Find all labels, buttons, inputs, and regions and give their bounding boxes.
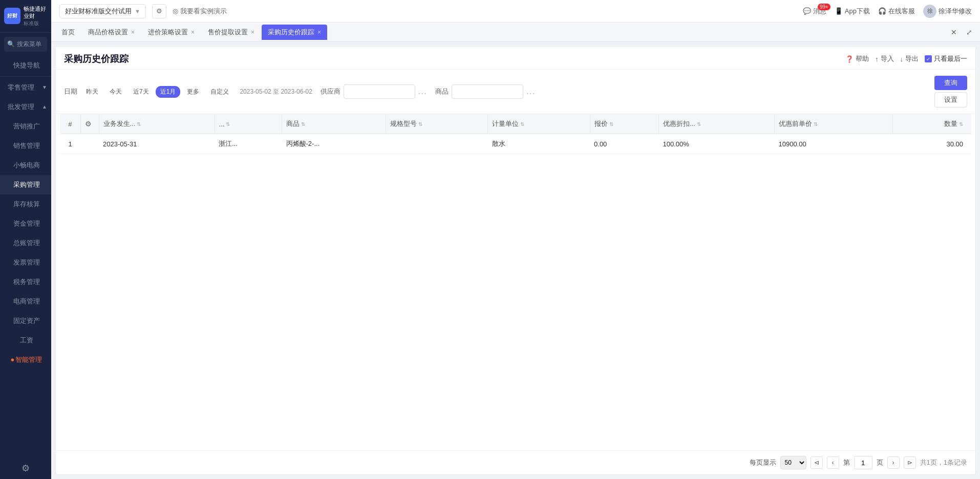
export-link[interactable]: ↓ 导出 [900, 54, 919, 63]
page-number-input[interactable] [854, 456, 872, 469]
sidebar-item-salary[interactable]: 工资 [0, 331, 51, 350]
sort-biz-date[interactable]: 业务发生... ⇅ [103, 119, 210, 128]
goods-input[interactable] [452, 84, 523, 99]
date-yesterday-btn[interactable]: 昨天 [81, 86, 103, 98]
th-spec: 规格型号 ⇅ [386, 114, 488, 134]
close-tab-button[interactable]: ✕ [947, 26, 961, 39]
date-today-btn[interactable]: 今天 [105, 86, 126, 98]
sidebar-item-tax[interactable]: 税务管理 [0, 272, 51, 292]
date-custom-btn[interactable]: 自定义 [206, 86, 233, 98]
logo-text: 畅捷通好业财 标准版 [24, 5, 47, 27]
sidebar-item-smart[interactable]: ●智能管理 [0, 350, 51, 369]
per-page-label: 每页显示 [750, 458, 776, 467]
date-more-btn[interactable]: 更多 [182, 86, 204, 98]
date-last1month-btn[interactable]: 近1月 [156, 86, 181, 98]
sidebar-item-retail[interactable]: 零售管理 ▼ [0, 78, 51, 97]
table-row: 1 2023-05-31 浙江... 丙烯酸-2-... [60, 134, 971, 154]
import-link[interactable]: ↑ 导入 [875, 54, 894, 63]
avatar: 徐 [923, 5, 936, 18]
demo-link[interactable]: ◎ 我要看实例演示 [173, 7, 227, 16]
filter-settings-button[interactable]: 设置 [934, 92, 967, 107]
sidebar-item-fixed-assets[interactable]: 固定资产 [0, 311, 51, 331]
more-cols-label: ... [219, 120, 225, 128]
topbar-settings-button[interactable]: ⚙ [152, 4, 166, 18]
supplier-more-icon[interactable]: ... [418, 88, 428, 96]
app-download-action[interactable]: 📱 App下载 [835, 7, 870, 16]
last-page-button[interactable]: ⊳ [904, 456, 916, 469]
first-page-button[interactable]: ⊲ [811, 456, 823, 469]
tab-controls: ✕ ⤢ [947, 26, 976, 39]
headset-icon: 🎧 [878, 7, 886, 15]
close-tab-purchase-history-icon[interactable]: × [317, 29, 321, 35]
sort-spec[interactable]: 规格型号 ⇅ [390, 119, 483, 128]
sidebar-item-marketing[interactable]: 营销推广 [0, 117, 51, 136]
sidebar-item-wholesale[interactable]: 批发管理 ▲ [0, 97, 51, 117]
next-page-button[interactable]: › [887, 456, 900, 469]
tab-sale-price[interactable]: 售价提取设置 × [202, 25, 261, 40]
demo-icon: ◎ [173, 7, 178, 15]
gear-icon: ⚙ [156, 7, 162, 15]
sort-pre-discount-price[interactable]: 优惠前单价 ⇅ [779, 119, 888, 128]
sort-more[interactable]: ... ⇅ [219, 120, 278, 128]
fullscreen-button[interactable]: ⤢ [963, 26, 976, 39]
supplier-filter-group: 供应商 ... [321, 84, 428, 99]
sidebar-item-purchase[interactable]: 采购管理 [0, 175, 51, 194]
topbar: 好业财标准版交付试用 ▼ ⚙ ◎ 我要看实例演示 💬 消息 99+ 📱 App下… [51, 0, 980, 23]
page-title: 采购历史价跟踪 [64, 53, 129, 65]
tab-home[interactable]: 首页 [55, 25, 81, 40]
sidebar-item-ecommerce-small[interactable]: 小畅电商 [0, 156, 51, 175]
sidebar-item-ecommerce[interactable]: 电商管理 [0, 292, 51, 311]
sort-unit[interactable]: 计量单位 ⇅ [492, 119, 585, 128]
close-tab-price-settings-icon[interactable]: × [131, 29, 135, 35]
user-menu[interactable]: 徐 徐泽华修改 [923, 5, 972, 18]
sort-spec-icon: ⇅ [418, 121, 422, 127]
sidebar-item-sales[interactable]: 销售管理 [0, 136, 51, 156]
tab-purchase-history[interactable]: 采购历史价跟踪 × [262, 25, 327, 40]
tab-purchase-strategy[interactable]: 进价策略设置 × [142, 25, 201, 40]
query-button[interactable]: 查询 [934, 76, 967, 90]
prev-page-button[interactable]: ‹ [827, 456, 839, 469]
table-wrapper: # ⚙ 业务发生... ⇅ ... [56, 114, 975, 450]
th-more-cols: ... ⇅ [215, 114, 282, 134]
goods-filter-group: 商品 ... [435, 84, 536, 99]
sidebar-item-invoice[interactable]: 发票管理 [0, 253, 51, 272]
quantity-label: 数量 [944, 119, 957, 128]
search-menu-button[interactable]: 🔍 搜索菜单 [4, 37, 47, 52]
sort-quantity[interactable]: 数量 ⇅ [897, 119, 963, 128]
sidebar-item-inventory[interactable]: 库存核算 [0, 194, 51, 214]
sidebar-item-ledger[interactable]: 总账管理 [0, 233, 51, 253]
spec-label: 规格型号 [390, 119, 417, 128]
message-action[interactable]: 💬 消息 99+ [803, 7, 826, 16]
sidebar-item-quick-nav[interactable]: 快捷导航 [0, 56, 51, 75]
sort-goods[interactable]: 商品 ⇅ [286, 119, 381, 128]
supplier-input[interactable] [344, 84, 415, 99]
sort-pre-discount-icon: ⇅ [814, 121, 818, 127]
only-last-checkbox[interactable]: ✓ 只看最后一 [925, 54, 967, 63]
help-link[interactable]: ❓ 帮助 [845, 54, 869, 63]
th-pre-discount-price: 优惠前单价 ⇅ [774, 114, 892, 134]
online-service-action[interactable]: 🎧 在线客服 [878, 7, 915, 16]
per-page-select[interactable]: 50 10 20 100 [780, 456, 806, 469]
sidebar-item-finance[interactable]: 资金管理 [0, 214, 51, 233]
date-last7-btn[interactable]: 近7天 [129, 86, 154, 98]
cell-price: 0.00 [590, 134, 658, 154]
filter-buttons: 查询 设置 [934, 76, 967, 107]
sort-discount[interactable]: 优惠折扣... ⇅ [663, 119, 770, 128]
supplier-label: 供应商 [321, 87, 340, 96]
tab-price-settings[interactable]: 商品价格设置 × [82, 25, 141, 40]
import-icon: ↑ [875, 55, 879, 63]
export-icon: ↓ [900, 55, 904, 63]
goods-more-icon[interactable]: ... [526, 88, 536, 96]
sort-price[interactable]: 报价 ⇅ [594, 119, 654, 128]
th-index: # [60, 114, 80, 134]
sidebar-gear-icon[interactable]: ⚙ [22, 463, 30, 474]
pagination: 每页显示 50 10 20 100 ⊲ ‹ 第 页 › ⊳ 共1页，1条记录 [56, 450, 975, 474]
version-select[interactable]: 好业财标准版交付试用 ▼ [59, 4, 146, 18]
close-tab-purchase-strategy-icon[interactable]: × [191, 29, 195, 35]
page-label-suffix: 页 [877, 458, 883, 467]
filter-area: 日期 昨天 今天 近7天 近1月 更多 自定义 2023-05-02 至 202… [56, 70, 975, 114]
column-settings-icon[interactable]: ⚙ [85, 120, 92, 128]
page-actions: ❓ 帮助 ↑ 导入 ↓ 导出 ✓ 只看最后一 [845, 54, 967, 63]
tabs-bar: 首页 商品价格设置 × 进价策略设置 × 售价提取设置 × 采购历史价跟踪 × … [51, 23, 980, 42]
close-tab-sale-price-icon[interactable]: × [251, 29, 254, 35]
